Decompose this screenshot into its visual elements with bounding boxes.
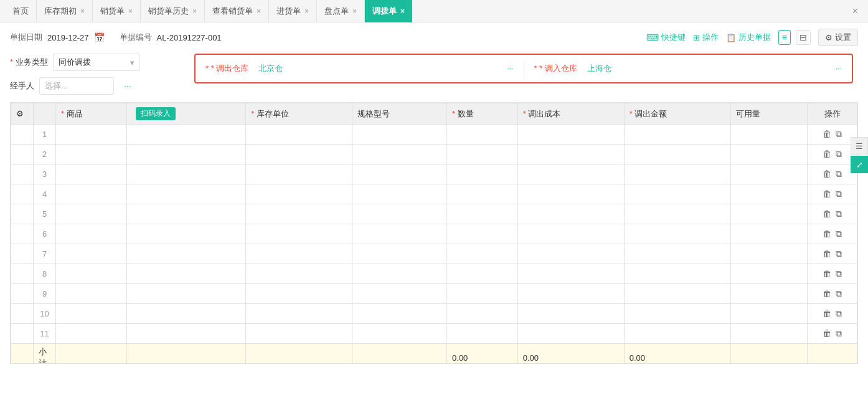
side-list-button[interactable]: ☰ xyxy=(851,137,868,155)
grid-view-button[interactable]: ⊟ xyxy=(796,30,811,45)
row-delete-4[interactable]: 🗑 xyxy=(823,189,831,199)
row-qty-11[interactable] xyxy=(447,324,518,344)
row-qty-9[interactable] xyxy=(447,284,518,304)
row-copy-11[interactable]: ⧉ xyxy=(836,328,842,339)
tab-sales-history[interactable]: 销货单历史 × xyxy=(141,0,205,22)
row-delete-10[interactable]: 🗑 xyxy=(823,308,831,318)
row-amount-9[interactable] xyxy=(624,284,730,304)
row-spec-8[interactable] xyxy=(352,264,447,284)
row-amount-2[interactable] xyxy=(624,145,730,164)
row-spec-2[interactable] xyxy=(352,145,447,164)
row-amount-3[interactable] xyxy=(624,164,730,184)
row-unit-10[interactable] xyxy=(246,304,352,324)
row-unit-11[interactable] xyxy=(246,324,352,344)
row-copy-1[interactable]: ⧉ xyxy=(836,129,842,140)
list-view-button[interactable]: ≡ xyxy=(778,30,791,45)
row-delete-7[interactable]: 🗑 xyxy=(823,249,831,259)
row-goods-9[interactable] xyxy=(56,284,127,304)
row-delete-3[interactable]: 🗑 xyxy=(823,169,831,179)
row-cost-1[interactable] xyxy=(517,125,624,145)
out-warehouse-more-button[interactable]: ··· xyxy=(507,64,513,73)
row-goods-3[interactable] xyxy=(56,164,127,184)
row-goods-4[interactable] xyxy=(56,184,127,204)
row-delete-1[interactable]: 🗑 xyxy=(823,129,831,139)
tab-view-sales-close[interactable]: × xyxy=(257,7,261,16)
row-spec-10[interactable] xyxy=(352,304,447,324)
row-amount-5[interactable] xyxy=(624,204,730,224)
calendar-icon[interactable]: 📅 xyxy=(94,32,105,42)
tab-inventory-init[interactable]: 库存期初 × xyxy=(37,0,93,22)
row-copy-3[interactable]: ⧉ xyxy=(836,169,842,179)
row-goods-11[interactable] xyxy=(56,324,127,344)
row-copy-4[interactable]: ⧉ xyxy=(836,189,842,199)
row-cost-3[interactable] xyxy=(517,164,624,184)
tab-inventory-init-close[interactable]: × xyxy=(80,7,85,16)
row-amount-11[interactable] xyxy=(624,324,730,344)
row-goods-2[interactable] xyxy=(56,145,127,164)
row-spec-7[interactable] xyxy=(352,244,447,264)
row-spec-6[interactable] xyxy=(352,224,447,244)
row-delete-5[interactable]: 🗑 xyxy=(823,209,831,219)
row-cost-10[interactable] xyxy=(517,304,624,324)
row-unit-1[interactable] xyxy=(246,125,352,145)
row-copy-10[interactable]: ⧉ xyxy=(836,308,842,319)
row-goods-1[interactable] xyxy=(56,125,127,145)
row-copy-5[interactable]: ⧉ xyxy=(836,209,842,219)
person-more-button[interactable]: ··· xyxy=(124,81,131,91)
row-unit-4[interactable] xyxy=(246,184,352,204)
row-unit-6[interactable] xyxy=(246,224,352,244)
row-cost-4[interactable] xyxy=(517,184,624,204)
table-settings-header[interactable]: ⚙ xyxy=(11,103,34,125)
row-spec-9[interactable] xyxy=(352,284,447,304)
tab-inventory[interactable]: 盘点单 × xyxy=(317,0,365,22)
row-qty-2[interactable] xyxy=(447,145,518,164)
shortcuts-button[interactable]: ⌨ 快捷键 xyxy=(646,32,686,43)
row-qty-7[interactable] xyxy=(447,244,518,264)
row-qty-6[interactable] xyxy=(447,224,518,244)
row-copy-2[interactable]: ⧉ xyxy=(836,149,842,159)
tab-transfer-close[interactable]: × xyxy=(400,7,405,16)
history-button[interactable]: 📋 历史单据 xyxy=(726,32,771,43)
tab-inventory-close[interactable]: × xyxy=(352,7,357,16)
row-delete-11[interactable]: 🗑 xyxy=(823,328,831,338)
tab-home[interactable]: 首页 xyxy=(5,0,37,22)
row-delete-6[interactable]: 🗑 xyxy=(823,229,831,239)
row-copy-7[interactable]: ⧉ xyxy=(836,249,842,259)
operations-button[interactable]: ⊞ 操作 xyxy=(693,32,719,43)
row-amount-4[interactable] xyxy=(624,184,730,204)
side-expand-button[interactable]: ⤢ xyxy=(851,156,868,173)
row-goods-10[interactable] xyxy=(56,304,127,324)
row-spec-11[interactable] xyxy=(352,324,447,344)
row-goods-5[interactable] xyxy=(56,204,127,224)
row-cost-6[interactable] xyxy=(517,224,624,244)
row-cost-11[interactable] xyxy=(517,324,624,344)
business-type-select[interactable]: 同价调拨 ▾ xyxy=(53,54,140,71)
scan-button[interactable]: 扫码录入 xyxy=(136,107,176,120)
in-warehouse-more-button[interactable]: ··· xyxy=(836,64,842,73)
row-qty-10[interactable] xyxy=(447,304,518,324)
person-select[interactable]: 选择... xyxy=(39,77,114,95)
row-goods-6[interactable] xyxy=(56,224,127,244)
tab-sales-order[interactable]: 销货单 × xyxy=(93,0,141,22)
tab-view-sales[interactable]: 查看销货单 × xyxy=(205,0,269,22)
row-amount-6[interactable] xyxy=(624,224,730,244)
window-close-button[interactable]: × xyxy=(847,6,863,17)
row-cost-5[interactable] xyxy=(517,204,624,224)
row-copy-9[interactable]: ⧉ xyxy=(836,288,842,299)
row-copy-8[interactable]: ⧉ xyxy=(836,269,842,279)
row-unit-2[interactable] xyxy=(246,145,352,164)
row-cost-8[interactable] xyxy=(517,264,624,284)
row-delete-9[interactable]: 🗑 xyxy=(823,288,831,298)
tab-transfer[interactable]: 调拨单 × xyxy=(365,0,412,22)
settings-button[interactable]: ⚙ 设置 xyxy=(818,29,858,46)
row-unit-7[interactable] xyxy=(246,244,352,264)
row-spec-4[interactable] xyxy=(352,184,447,204)
table-scan-header[interactable]: 扫码录入 xyxy=(126,103,245,125)
row-spec-1[interactable] xyxy=(352,125,447,145)
row-goods-8[interactable] xyxy=(56,264,127,284)
row-delete-8[interactable]: 🗑 xyxy=(823,269,831,278)
row-amount-8[interactable] xyxy=(624,264,730,284)
row-unit-3[interactable] xyxy=(246,164,352,184)
row-amount-1[interactable] xyxy=(624,125,730,145)
row-qty-5[interactable] xyxy=(447,204,518,224)
